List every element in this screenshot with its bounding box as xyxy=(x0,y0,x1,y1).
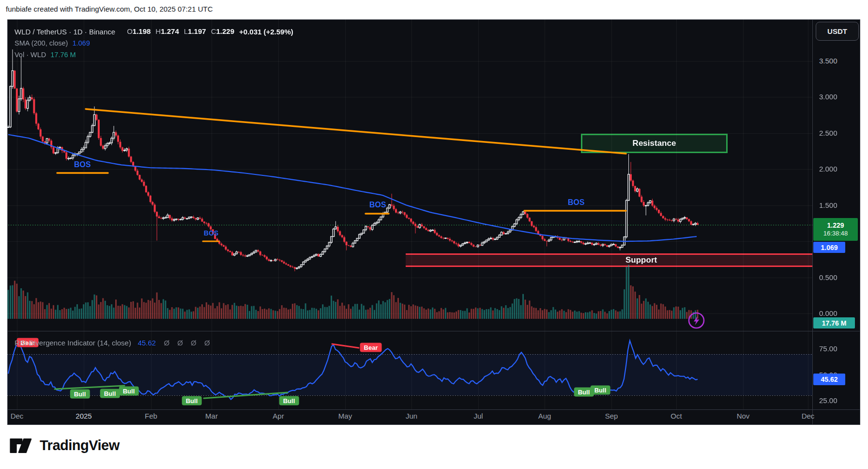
rsi-value-badge: 45.62 xyxy=(813,374,845,385)
time-axis-label[interactable]: Feb xyxy=(145,412,157,420)
ohlc-key: C xyxy=(211,27,216,35)
resistance-label: Resistance xyxy=(581,134,728,153)
bos-annotation-label[interactable]: BOS xyxy=(369,201,386,209)
bull-signal-badge[interactable]: Bull xyxy=(119,387,139,396)
bos-annotation-label[interactable]: BOS xyxy=(74,160,91,169)
rsi-indicator-params: Ø Ø Ø Ø xyxy=(164,339,213,347)
legend-row-symbol[interactable]: WLD / TetherUS · 1D · Binance O1.198H1.2… xyxy=(15,26,293,37)
time-axis-label[interactable]: Jun xyxy=(406,412,417,420)
legend-row-sma[interactable]: SMA (200, close) 1.069 xyxy=(15,37,293,49)
price-axis-label: 0.000 xyxy=(819,309,838,317)
sma-label: SMA (200, close) xyxy=(15,39,68,47)
time-axis-label[interactable]: Dec xyxy=(11,412,24,420)
price-axis-border xyxy=(812,19,813,425)
volume-label: Vol · WLD xyxy=(15,51,46,59)
ohlc-value: 1.198 xyxy=(133,27,151,35)
ohlc-value: 1.229 xyxy=(216,27,234,35)
bull-signal-badge[interactable]: Bull xyxy=(100,389,120,398)
ohlc-value: 1.197 xyxy=(188,27,206,35)
time-axis-label[interactable]: Jul xyxy=(473,412,483,420)
sma-price-badge: 1.069 xyxy=(813,242,845,253)
time-axis-label[interactable]: Mar xyxy=(205,412,218,420)
tradingview-logo-icon xyxy=(10,438,34,453)
bull-signal-badge[interactable]: Bull xyxy=(591,386,610,395)
bull-signal-badge[interactable]: Bull xyxy=(70,390,90,399)
bear-signal-badge[interactable]: Bear xyxy=(360,343,382,352)
bull-signal-badge[interactable]: Bull xyxy=(279,396,299,406)
ohlc-value: 1.274 xyxy=(161,27,179,35)
volume-badge: 17.76 M xyxy=(813,317,855,328)
bos-annotation-label[interactable]: BOS xyxy=(204,229,218,237)
rsi-indicator-title: RSI Divergence Indicator (14, close) xyxy=(15,339,131,347)
bull-signal-badge[interactable]: Bull xyxy=(182,396,202,406)
currency-toggle-button[interactable]: USDT xyxy=(816,22,859,41)
price-axis-label: 3.500 xyxy=(819,57,838,65)
rsi-indicator-legend[interactable]: RSI Divergence Indicator (14, close) 45.… xyxy=(15,339,213,347)
price-axis-label: 2.000 xyxy=(819,165,838,173)
symbol-legend[interactable]: WLD / TetherUS · 1D · Binance O1.198H1.2… xyxy=(15,26,293,61)
time-axis-label[interactable]: Apr xyxy=(273,412,284,420)
time-axis-label[interactable]: Nov xyxy=(737,412,750,420)
sma-value: 1.069 xyxy=(72,39,90,47)
price-axis-label: 2.500 xyxy=(819,129,838,137)
change-value: +0.031 (+2.59%) xyxy=(239,28,293,36)
time-axis-label[interactable]: Aug xyxy=(538,412,551,420)
tradingview-footer[interactable]: TradingView xyxy=(10,438,120,453)
price-axis-label: 0.500 xyxy=(819,273,838,281)
pane-divider[interactable] xyxy=(8,331,860,331)
last-price-value: 1.229 xyxy=(827,221,844,230)
bos-annotation-label[interactable]: BOS xyxy=(568,198,585,207)
symbol-title[interactable]: WLD / TetherUS · 1D · Binance xyxy=(15,28,115,36)
bar-countdown: 16:38:48 xyxy=(823,230,848,237)
price-axis-label: 1.500 xyxy=(819,201,838,209)
time-axis-label[interactable]: May xyxy=(338,412,352,420)
ohlc-key: O xyxy=(127,27,133,35)
support-label: Support xyxy=(625,255,657,265)
ohlc-values: O1.198H1.274L1.197C1.229 xyxy=(122,27,234,36)
time-axis-border xyxy=(8,409,860,410)
legend-row-volume[interactable]: Vol · WLD 17.76 M xyxy=(15,49,293,61)
tradingview-wordmark: TradingView xyxy=(40,438,120,453)
price-chart-canvas[interactable] xyxy=(7,19,812,409)
ohlc-key: H xyxy=(155,27,161,35)
time-axis-label[interactable]: Dec xyxy=(802,412,815,420)
time-axis-label[interactable]: 2025 xyxy=(76,412,91,420)
rsi-axis-label: 75.00 xyxy=(819,344,838,353)
rsi-axis-label: 25.00 xyxy=(819,396,838,405)
rsi-indicator-value: 45.62 xyxy=(137,339,156,347)
time-axis-label[interactable]: Sep xyxy=(605,412,618,420)
time-axis-label[interactable]: Oct xyxy=(670,412,682,420)
last-price-badge: 1.229 16:38:48 xyxy=(813,218,858,241)
price-axis-label: 3.000 xyxy=(819,93,838,101)
attribution-header: funbiafe created with TradingView.com, O… xyxy=(6,5,213,13)
lightning-icon[interactable] xyxy=(687,312,705,329)
volume-value: 17.76 M xyxy=(50,51,76,59)
ohlc-key: L xyxy=(184,27,188,35)
